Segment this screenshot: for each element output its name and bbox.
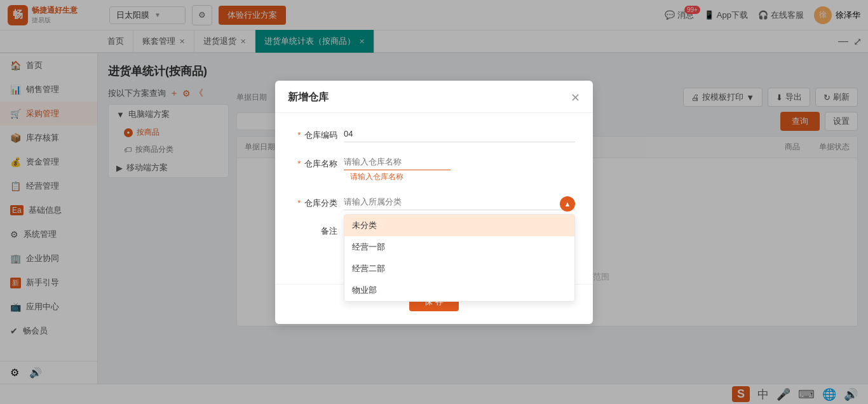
code-input[interactable] (344, 126, 575, 142)
code-label: * 仓库编码 (293, 126, 344, 141)
category-label: * 仓库分类 (293, 194, 344, 209)
overlay: 新增仓库 ✕ * 仓库编码 * 仓库名称 (0, 0, 868, 404)
notes-label: 备注 (293, 222, 344, 237)
form-row-name: * 仓库名称 请输入仓库名称 (293, 154, 575, 182)
category-toggle-btn[interactable]: ▲ (560, 196, 575, 212)
form-row-code: * 仓库编码 (293, 126, 575, 142)
form-row-category: * 仓库分类 ▲ 未分类 经营一部 经营二部 物业部 (293, 194, 575, 210)
dropdown-item-2[interactable]: 经营二部 (344, 258, 574, 279)
add-warehouse-dialog: 新增仓库 ✕ * 仓库编码 * 仓库名称 (275, 81, 593, 324)
category-select-wrap: ▲ 未分类 经营一部 经营二部 物业部 (344, 194, 575, 210)
dropdown-item-3[interactable]: 物业部 (344, 279, 574, 301)
dropdown-item-0[interactable]: 未分类 (344, 215, 574, 236)
name-input[interactable] (344, 154, 451, 170)
dialog-header: 新增仓库 ✕ (275, 81, 593, 113)
dialog-close-button[interactable]: ✕ (571, 91, 580, 105)
name-label: * 仓库名称 (293, 154, 344, 170)
name-error-msg: 请输入仓库名称 (350, 172, 403, 182)
dialog-body: * 仓库编码 * 仓库名称 请输入仓库名称 (275, 113, 593, 284)
dropdown-item-1[interactable]: 经营一部 (344, 236, 574, 258)
category-input[interactable] (344, 194, 575, 210)
category-dropdown: 未分类 经营一部 经营二部 物业部 (344, 214, 575, 302)
dialog-title: 新增仓库 (288, 91, 329, 104)
